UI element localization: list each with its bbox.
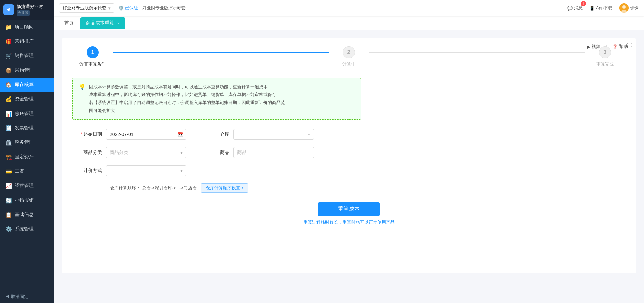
basic-icon: 📋 [5,212,11,218]
message-badge: 1 [581,1,586,6]
goods-label: 商品 [213,149,233,156]
step-3-label: 重算完成 [596,61,614,67]
sidebar-menu: 📁 项目顾问 🎁 营销推广 🛒 销售管理 📦 采购管理 🏠 库存核算 💰 资金管… [0,20,54,290]
sidebar-item-label-operations: 经营管理 [15,183,34,189]
sidebar-item-project[interactable]: 📁 项目顾问 [0,20,54,34]
goods-group: 商品 商品 ··· [213,147,314,158]
sidebar-item-label-tax: 税务管理 [15,139,34,145]
sidebar-item-label-inventory: 库存核算 [15,82,34,88]
sidebar-item-expense[interactable]: 🔄 小畅报销 [0,193,54,208]
step-2-circle: 2 [343,46,355,58]
warehouse-input[interactable]: ··· [233,129,314,140]
tab-home-label: 首页 [64,20,74,26]
warehouse-order-text: 仓库计算顺序： 总仓->深圳仓库->...->门店仓 [110,185,197,191]
sidebar-item-finance[interactable]: 💰 资金管理 [0,92,54,106]
start-date-label: *起始日期 [72,131,106,137]
sidebar-item-label-invoice: 发票管理 [15,125,34,131]
sidebar-item-sales[interactable]: 🛒 销售管理 [0,49,54,63]
topbar-right-area: 💬 消息 1 📱 App下载 珠珠 [567,3,639,13]
category-select[interactable]: 商品分类 ▾ [106,147,186,158]
sidebar-item-label-salary: 工资 [15,168,24,174]
recalculate-button[interactable]: 重算成本 [318,202,380,216]
sidebar-edition-badge: 专业版 [17,10,30,16]
start-date-value: 2022-07-01 [110,132,134,137]
tab-recalc[interactable]: 商品成本重算 × [80,17,125,29]
calendar-icon[interactable]: 📅 [178,132,183,137]
page-content: ✕ ⛶ ▶ 视频 | ❓ 帮助 [62,38,636,273]
warehouse-label: 仓库 [213,131,233,137]
system-icon: ⚙️ [5,226,11,232]
step-line-1 [113,52,329,53]
sidebar-item-inventory[interactable]: 🏠 库存核算 [0,78,54,92]
sidebar-item-label-finance: 资金管理 [15,96,34,102]
inventory-icon: 🏠 [5,82,11,88]
verified-badge: 🛡️ 已认证 [118,5,138,11]
phone-icon: 📱 [589,6,595,11]
tab-home[interactable]: 首页 [59,17,79,29]
warehouse-dots-icon: ··· [306,132,310,137]
main-area: 好业财专业版演示帐套 ▾ 🛡️ 已认证 好业财专业版演示帐套 💬 消息 1 📱 … [54,0,644,303]
chevron-down-icon-category: ▾ [180,150,183,155]
info-box: 💡 因成本计算参数调整，或是对商品成本有疑问时，可以通过成本重算功能，重新计算一… [72,78,361,120]
company-selector[interactable]: 好业财专业版演示帐套 ▾ [59,3,114,13]
form-row-category-goods: 商品分类 商品分类 ▾ 商品 商品 ··· [72,147,625,158]
action-area: 重算成本 重算过程耗时较长，重算时您可以正常使用产品 [72,202,625,225]
svg-text:畅: 畅 [7,8,10,12]
sidebar-pin-toggle[interactable]: ◀ 取消固定 [0,290,54,303]
chevron-down-icon-pricing: ▾ [180,168,183,173]
sidebar-item-accounting[interactable]: 📊 总账管理 [0,106,54,121]
pricing-select[interactable]: ▾ [106,165,186,176]
sidebar-item-marketing[interactable]: 🎁 营销推广 [0,34,54,49]
user-name: 珠珠 [630,5,639,11]
form-row-date-warehouse: *起始日期 2022-07-01 📅 仓库 ··· [72,129,625,140]
step-2: 2 计算中 [329,46,369,67]
verified-text: 已认证 [125,5,138,11]
accounting-icon: 📊 [5,111,11,117]
sidebar-item-invoice[interactable]: 🧾 发票管理 [0,121,54,135]
sidebar-item-label-assets: 固定资产 [15,154,34,160]
action-hint: 重算过程耗时较长，重算时您可以正常使用产品 [303,219,395,225]
warehouse-order-btn-label: 仓库计算顺序设置 › [206,185,243,191]
sidebar-item-operations[interactable]: 📈 经营管理 [0,179,54,193]
start-date-field-wrap: 2022-07-01 📅 [106,129,186,140]
message-button[interactable]: 💬 消息 1 [567,5,583,11]
start-date-input[interactable]: 2022-07-01 📅 [106,129,186,140]
sidebar-item-purchase[interactable]: 📦 采购管理 [0,63,54,78]
sidebar-item-salary[interactable]: 💳 工资 [0,164,54,179]
category-label: 商品分类 [72,149,106,156]
sidebar-item-system[interactable]: ⚙️ 系统管理 [0,222,54,236]
app-label: App下载 [596,5,612,11]
message-label: 消息 [574,5,583,11]
company-selector-text: 好业财专业版演示帐套 [63,5,106,11]
user-profile-button[interactable]: 珠珠 [619,3,639,13]
form-row-warehouse-order: 仓库计算顺序： 总仓->深圳仓库->...->门店仓 仓库计算顺序设置 › [72,183,625,193]
lightbulb-icon: 💡 [79,84,86,115]
goods-input[interactable]: 商品 ··· [233,147,314,158]
pricing-label: 计价方式 [72,168,106,174]
finance-icon: 💰 [5,96,11,102]
avatar [619,3,629,13]
sidebar-item-assets[interactable]: 🏗️ 固定资产 [0,150,54,164]
sidebar-item-label-project: 项目顾问 [15,24,34,30]
sidebar-item-label-expense: 小畅报销 [15,197,34,203]
svg-point-3 [622,5,626,9]
goods-placeholder: 商品 [237,149,306,156]
warehouse-order-settings-button[interactable]: 仓库计算顺序设置 › [201,183,248,193]
operations-icon: 📈 [5,183,11,189]
sidebar-item-label-accounting: 总账管理 [15,111,34,117]
step-3-circle: 3 [599,46,611,58]
assets-icon: 🏗️ [5,154,11,160]
sidebar-item-basic[interactable]: 📋 基础信息 [0,208,54,222]
step-line-2 [369,52,585,53]
sidebar-logo: 畅 [3,4,14,15]
message-icon: 💬 [567,6,573,11]
marketing-icon: 🎁 [5,38,11,45]
tab-close-icon[interactable]: × [117,21,120,26]
purchase-icon: 📦 [5,67,11,74]
steps-indicator: 1 设置重算条件 2 计算中 3 重算完成 [72,46,625,67]
sidebar-header: 畅 畅捷通好业财 专业版 [0,0,54,20]
topbar: 好业财专业版演示帐套 ▾ 🛡️ 已认证 好业财专业版演示帐套 💬 消息 1 📱 … [54,0,644,16]
sidebar-item-tax[interactable]: 🏛️ 税务管理 [0,135,54,150]
app-download-button[interactable]: 📱 App下载 [589,5,612,11]
category-placeholder: 商品分类 [110,149,128,156]
